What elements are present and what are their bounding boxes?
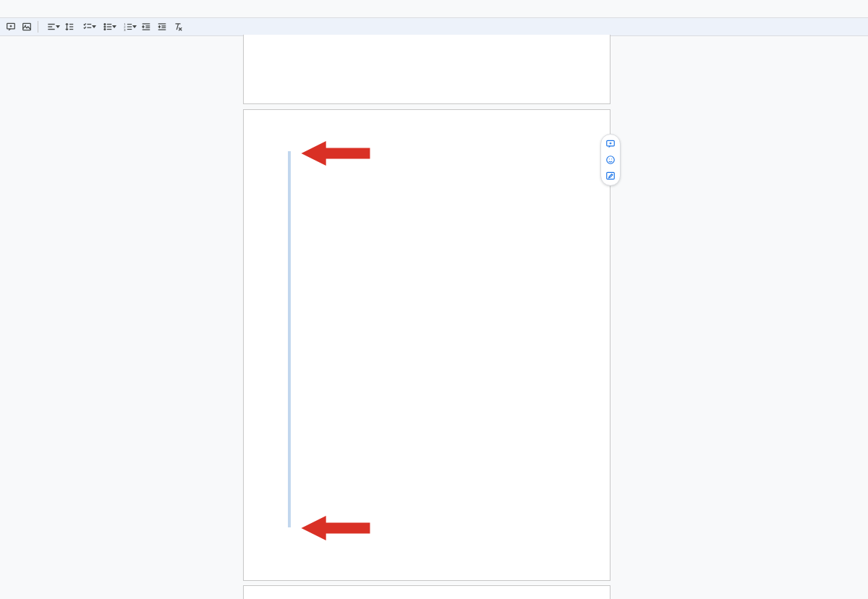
svg-point-42 [611, 158, 612, 159]
add-comment-button[interactable] [603, 136, 618, 152]
decrease-indent-button[interactable] [140, 20, 153, 33]
line-spacing-button[interactable] [63, 20, 76, 33]
clear-formatting-button[interactable] [171, 20, 184, 33]
contextual-actions-panel [600, 134, 621, 186]
svg-point-41 [609, 158, 610, 159]
numbered-list-dropdown[interactable]: 1 2 3 [119, 20, 137, 33]
svg-point-13 [104, 24, 106, 25]
svg-text:3: 3 [124, 28, 126, 32]
add-emoji-reaction-button[interactable] [603, 152, 618, 168]
page-current[interactable] [243, 109, 610, 581]
checklist-dropdown[interactable] [79, 20, 96, 33]
bulleted-list-dropdown[interactable] [99, 20, 116, 33]
suggest-edits-button[interactable] [603, 168, 618, 184]
page-previous[interactable] [243, 35, 610, 104]
increase-indent-button[interactable] [156, 20, 169, 33]
insert-comment-button[interactable] [4, 20, 17, 33]
insert-image-button[interactable] [20, 20, 33, 33]
svg-point-15 [104, 29, 106, 30]
svg-point-40 [607, 156, 615, 164]
svg-point-14 [104, 26, 106, 27]
document-canvas: "Do Not Enter." The sign made it clear t… [0, 35, 868, 599]
toolbar-separator [38, 21, 38, 33]
svg-point-4 [25, 25, 26, 26]
page-next[interactable]: "Do Not Enter." The sign made it clear t… [243, 585, 610, 599]
formatting-toolbar: 1 2 3 [0, 17, 868, 36]
align-dropdown[interactable] [43, 20, 60, 33]
selected-object[interactable] [288, 151, 291, 527]
